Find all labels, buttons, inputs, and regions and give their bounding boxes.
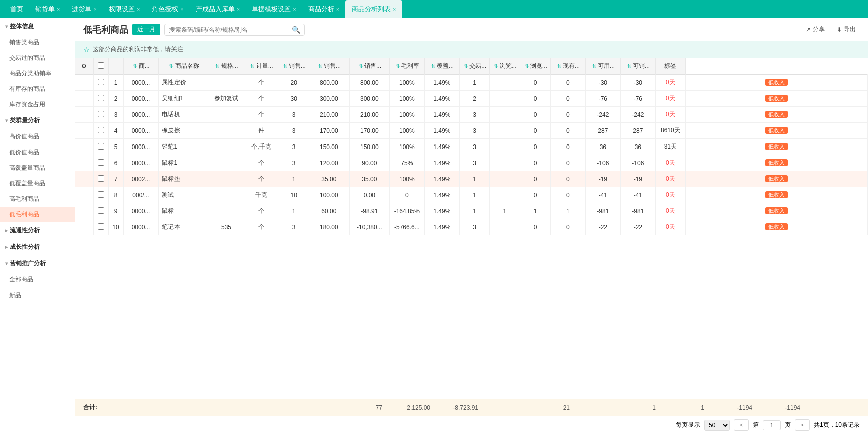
col-stock[interactable]: ⇅ 现有... [550,58,585,75]
next-page-button[interactable]: ＞ [795,419,810,431]
export-button[interactable]: ⬇ 导出 [833,23,860,36]
table-row[interactable]: 1 0000... 属性定价 个 20 800.00 800.00 100% 1… [75,75,868,91]
sidebar-item-low-value[interactable]: 低价值商品 [0,144,75,160]
checkbox-cell[interactable] [93,123,108,139]
col-tag[interactable]: 标签 [655,58,685,75]
sidebar-item-category-rate[interactable]: 商品分类助销率 [0,66,75,81]
filter-button[interactable]: 近一月 [132,24,160,35]
col-browse2[interactable]: ⇅ 浏览... [520,58,550,75]
settings-cell[interactable] [75,203,93,219]
checkbox-cell[interactable] [93,171,108,187]
settings-cell[interactable] [75,91,93,107]
sidebar-group-overall[interactable]: ▾整体信息 [0,18,75,35]
checkbox-cell[interactable] [93,139,108,155]
col-spec[interactable]: ⇅ 规格... [209,58,244,75]
settings-cell[interactable] [75,171,93,187]
close-icon[interactable]: × [57,6,60,12]
table-row[interactable]: 2 0000... 吴细细1 参加复试 个 30 300.00 300.00 1… [75,91,868,107]
nav-item-purchase[interactable]: 进货单 × [66,0,102,18]
sidebar-item-all-products[interactable]: 全部商品 [0,272,75,287]
sidebar-item-new-products[interactable]: 新品 [0,287,75,303]
sidebar-item-stocked[interactable]: 有库存的商品 [0,81,75,97]
page-input[interactable] [763,420,781,430]
prev-page-button[interactable]: ＜ [734,419,749,431]
sidebar-item-capital[interactable]: 库存资金占用 [0,97,75,112]
checkbox-col-header[interactable] [93,58,108,75]
checkbox-cell[interactable] [93,155,108,171]
select-all-checkbox[interactable] [98,62,104,69]
close-icon[interactable]: × [293,6,296,12]
nav-item-perms[interactable]: 权限设置 × [103,0,146,18]
col-profit-rate[interactable]: ⇅ 毛利率 [389,58,424,75]
close-icon[interactable]: × [237,6,240,12]
row-checkbox[interactable] [98,79,104,85]
nav-item-analysis-list[interactable]: 商品分析列表 × [345,0,402,18]
row-checkbox[interactable] [98,191,104,198]
search-box[interactable]: 🔍 [164,24,305,36]
table-row[interactable]: 3 0000... 电话机 个 3 210.00 210.00 100% 1.4… [75,107,868,123]
sidebar-item-high-value[interactable]: 高价值商品 [0,129,75,144]
sidebar-item-low-profit[interactable]: 低毛利商品 [0,207,75,222]
close-icon[interactable]: × [137,6,140,12]
col-profit[interactable]: ⇅ 销售... [349,58,389,75]
close-icon[interactable]: × [336,6,339,12]
sidebar-group-growth[interactable]: ▸成长性分析 [0,239,75,255]
table-row[interactable]: 8 000/... 测试 千克 10 100.00 0.00 0 1.49% 1… [75,187,868,203]
col-trade[interactable]: ⇅ 交易... [459,58,489,75]
sidebar-group-flow[interactable]: ▸流通性分析 [0,222,75,239]
col-saleable[interactable]: ⇅ 可销... [620,58,655,75]
sidebar-item-sales-products[interactable]: 销售类商品 [0,35,75,50]
share-button[interactable]: ↗ 分享 [802,23,829,36]
col-qty[interactable]: ⇅ 销售... [279,58,309,75]
checkbox-cell[interactable] [93,75,108,91]
checkbox-cell[interactable] [93,91,108,107]
close-icon[interactable]: × [180,6,183,12]
col-browse1[interactable]: ⇅ 浏览... [490,58,520,75]
nav-item-products[interactable]: 产成品入库单 × [190,0,246,18]
nav-item-home[interactable]: 首页 [4,0,29,18]
col-name[interactable]: ⇅ 商品名称 [158,58,209,75]
settings-cell[interactable] [75,219,93,235]
table-row[interactable]: 5 0000... 铅笔1 个,千克 3 150.00 150.00 100% … [75,139,868,155]
settings-cell[interactable] [75,123,93,139]
col-unit[interactable]: ⇅ 计量... [244,58,279,75]
sidebar-item-traded[interactable]: 交易过的商品 [0,50,75,66]
nav-item-analysis[interactable]: 商品分析 × [302,0,345,18]
checkbox-cell[interactable] [93,107,108,123]
nav-item-roles[interactable]: 角色授权 × [146,0,189,18]
sidebar-item-high-profit[interactable]: 高毛利商品 [0,191,75,207]
settings-cell[interactable] [75,107,93,123]
close-icon[interactable]: × [93,6,96,12]
page-size-select[interactable]: 50 100 200 [704,420,730,431]
col-cover[interactable]: ⇅ 覆盖... [424,58,459,75]
sidebar-item-high-cover[interactable]: 高覆盖量商品 [0,160,75,176]
table-row[interactable]: 7 0002... 鼠标垫 个 1 35.00 35.00 100% 1.49%… [75,171,868,187]
table-row[interactable]: 9 0000... 鼠标 个 1 60.00 -98.91 -164.85% 1… [75,203,868,219]
sidebar-group-marketing[interactable]: ▾营销推广分析 [0,255,75,272]
settings-col-header[interactable]: ⚙ [75,58,93,75]
col-amount[interactable]: ⇅ 销售... [309,58,349,75]
sidebar-item-low-cover[interactable]: 低覆盖量商品 [0,176,75,191]
table-row[interactable]: 10 0000... 笔记本 535 个 3 180.00 -10,380...… [75,219,868,235]
nav-item-sales[interactable]: 销货单 × [29,0,66,18]
search-input[interactable] [169,26,292,33]
table-row[interactable]: 4 0000... 橡皮擦 件 3 170.00 170.00 100% 1.4… [75,123,868,139]
row-checkbox[interactable] [98,223,104,230]
checkbox-cell[interactable] [93,187,108,203]
settings-cell[interactable] [75,139,93,155]
close-icon[interactable]: × [393,6,396,12]
settings-cell[interactable] [75,75,93,91]
col-code[interactable]: ⇅ 商... [123,58,158,75]
row-checkbox[interactable] [98,127,104,133]
row-checkbox[interactable] [98,175,104,182]
row-checkbox[interactable] [98,207,104,214]
settings-cell[interactable] [75,187,93,203]
checkbox-cell[interactable] [93,203,108,219]
row-checkbox[interactable] [98,143,104,150]
row-checkbox[interactable] [98,95,104,101]
row-checkbox[interactable] [98,111,104,117]
sidebar-group-cluster[interactable]: ▾类群量分析 [0,112,75,129]
table-row[interactable]: 6 0000... 鼠标1 个 3 120.00 90.00 75% 1.49%… [75,155,868,171]
col-available[interactable]: ⇅ 可用... [585,58,620,75]
checkbox-cell[interactable] [93,219,108,235]
